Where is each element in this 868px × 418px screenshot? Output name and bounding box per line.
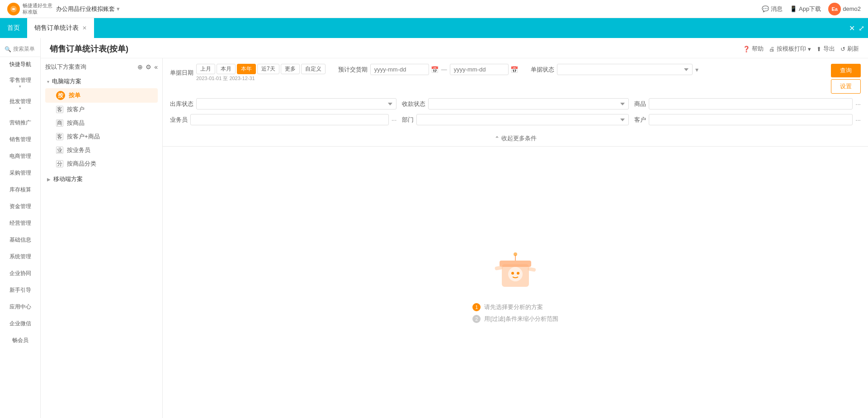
logo-area: 畅捷通好生意 标准版	[7, 3, 52, 15]
scheme-item-by-salesperson[interactable]: 业 按业务员	[45, 143, 158, 157]
print-button[interactable]: 🖨 按模板打印 ▾	[769, 45, 811, 53]
tab-sales-stats[interactable]: 销售订单统计表 ✕	[27, 18, 94, 38]
filter-row-2: 出库状态 收款状态 商品 ···	[170, 98, 861, 109]
settings-scheme-button[interactable]: ⚙	[146, 63, 151, 71]
customer-label: 客户	[634, 116, 646, 124]
scheme-item-by-customer-goods[interactable]: 客 按客户+商品	[45, 130, 158, 143]
scheme-icon-by-category: 分	[56, 160, 63, 167]
sidebar-item-system[interactable]: 系统管理	[0, 248, 40, 265]
collapse-button[interactable]: ⌃ 收起更多条件	[495, 134, 537, 142]
scheme-item-by-order[interactable]: 按 按单	[45, 88, 158, 103]
sidebar-item-member[interactable]: 畅会员	[0, 332, 40, 349]
sidebar-item-quick-nav[interactable]: 快捷导航	[0, 57, 40, 72]
user-menu[interactable]: Ea demo2	[828, 3, 861, 15]
sidebar-item-inventory[interactable]: 库存核算	[0, 181, 40, 198]
scheme-item-by-customer[interactable]: 客 按客户	[45, 103, 158, 116]
sidebar-item-marketing[interactable]: 营销推广	[0, 114, 40, 131]
receipt-status-select[interactable]	[428, 98, 628, 109]
sidebar-search-menu[interactable]: 🔍 搜索菜单	[0, 42, 40, 57]
out-status-select[interactable]	[196, 98, 396, 109]
app-download-button[interactable]: 📱 App下载	[790, 5, 821, 13]
receipt-status-label: 收款状态	[402, 100, 425, 108]
query-actions: 查询 设置	[831, 64, 861, 94]
right-panel: 单据日期 上月 本月 本年 近7天 更多 自定义 20	[163, 58, 868, 418]
export-button[interactable]: ⬆ 导出	[816, 45, 835, 53]
sidebar-item-wholesale[interactable]: 批发管理 ▴	[0, 93, 40, 114]
business-more-icon[interactable]: ···	[392, 116, 397, 124]
filter-status-group: 单据状态 ▾	[531, 64, 826, 75]
empty-tip-1: 1 请先选择要分析的方案	[472, 303, 558, 311]
chevron-up-icon: ▴	[19, 105, 21, 110]
search-icon: 🔍	[5, 46, 11, 52]
logo-text: 畅捷通好生意 标准版	[23, 3, 52, 14]
business-input[interactable]	[190, 114, 389, 125]
status-select[interactable]	[557, 64, 693, 75]
goods-more-icon[interactable]: ···	[855, 100, 861, 108]
tab-home[interactable]: 首页	[0, 18, 27, 38]
scheme-icon-by-order: 按	[56, 91, 65, 100]
refresh-button[interactable]: ↺ 刷新	[840, 45, 859, 53]
export-icon: ⬆	[816, 46, 821, 52]
filter-container: 单据日期 上月 本月 本年 近7天 更多 自定义 20	[163, 58, 868, 131]
date-btn-7days[interactable]: 近7天	[257, 64, 279, 74]
expected-date-to-input[interactable]	[450, 64, 509, 75]
sidebar-item-sales[interactable]: 销售管理	[0, 131, 40, 148]
tab-close-all-icon[interactable]: ✕	[849, 24, 855, 33]
date-btn-last-month[interactable]: 上月	[196, 64, 215, 74]
date-controls: 上月 本月 本年 近7天 更多 自定义 2023-01-01 至 2023-12…	[196, 64, 326, 82]
date-btn-this-month[interactable]: 本月	[217, 64, 236, 74]
sidebar-item-wechat[interactable]: 企业微信	[0, 315, 40, 332]
message-icon: 💬	[762, 5, 769, 12]
mobile-scheme-group-title[interactable]: ▶ 移动端方案	[45, 172, 158, 186]
sidebar-item-basic[interactable]: 基础信息	[0, 232, 40, 248]
date-btn-more[interactable]: 更多	[281, 64, 300, 74]
sidebar-item-enterprise[interactable]: 企业协同	[0, 265, 40, 282]
svg-point-4	[511, 272, 514, 275]
filter-row-3: 业务员 ··· 部门 客户 ···	[170, 114, 861, 125]
sidebar-item-purchase[interactable]: 采购管理	[0, 165, 40, 181]
status-expand-icon[interactable]: ▾	[695, 66, 698, 73]
date-btn-custom[interactable]: 自定义	[301, 64, 326, 74]
sidebar-item-newbie[interactable]: 新手引导	[0, 282, 40, 299]
date-btn-this-year[interactable]: 本年	[237, 64, 256, 74]
calendar-to-icon[interactable]: 📅	[510, 66, 518, 73]
add-scheme-button[interactable]: ⊕	[137, 63, 143, 71]
tab-expand-icon[interactable]: ⤢	[859, 24, 864, 33]
svg-point-3	[508, 267, 523, 281]
customer-input[interactable]	[649, 114, 853, 125]
help-button[interactable]: ❓ 帮助	[743, 45, 764, 53]
settings-button[interactable]: 设置	[831, 79, 861, 94]
avatar: Ea	[828, 3, 841, 15]
customer-more-icon[interactable]: ···	[855, 116, 861, 124]
scheme-icon-by-goods: 商	[56, 119, 63, 127]
out-status-label: 出库状态	[170, 100, 193, 108]
filter-date-group: 单据日期 上月 本月 本年 近7天 更多 自定义 20	[170, 64, 326, 82]
chevron-down-icon: ▾	[117, 5, 120, 12]
date-label: 单据日期	[170, 69, 193, 77]
status-label: 单据状态	[531, 66, 554, 74]
sidebar-item-ecommerce[interactable]: 电商管理	[0, 148, 40, 165]
collapse-panel-button[interactable]: «	[154, 63, 158, 71]
top-selector[interactable]: 办公用品行业模拟账套 ▾	[56, 5, 120, 13]
goods-label: 商品	[634, 100, 646, 108]
sidebar-item-appstore[interactable]: 应用中心	[0, 299, 40, 315]
tab-close-icon[interactable]: ✕	[82, 25, 87, 31]
pc-scheme-group: ▾ 电脑端方案 按 按单 客 按客户 商 按商品	[45, 75, 158, 171]
filter-customer-group: 客户 ···	[634, 114, 861, 125]
logo-icon	[7, 3, 20, 15]
dept-select[interactable]	[416, 114, 628, 125]
sidebar-item-operation[interactable]: 经营管理	[0, 215, 40, 232]
sidebar-item-finance[interactable]: 资金管理	[0, 198, 40, 215]
scheme-panel-actions: ⊕ ⚙ «	[137, 63, 158, 71]
scheme-item-by-goods[interactable]: 商 按商品	[45, 116, 158, 130]
filter-dept-group: 部门	[402, 114, 628, 125]
query-button[interactable]: 查询	[831, 64, 861, 77]
sidebar-item-retail[interactable]: 零售管理 ▾	[0, 72, 40, 93]
message-button[interactable]: 💬 消息	[762, 5, 783, 13]
pc-group-arrow-icon: ▾	[47, 79, 49, 84]
pc-scheme-group-title[interactable]: ▾ 电脑端方案	[45, 75, 158, 88]
calendar-from-icon[interactable]: 📅	[431, 66, 439, 73]
scheme-item-by-category[interactable]: 分 按商品分类	[45, 157, 158, 171]
goods-input[interactable]	[649, 98, 853, 109]
expected-date-from-input[interactable]	[370, 64, 429, 75]
